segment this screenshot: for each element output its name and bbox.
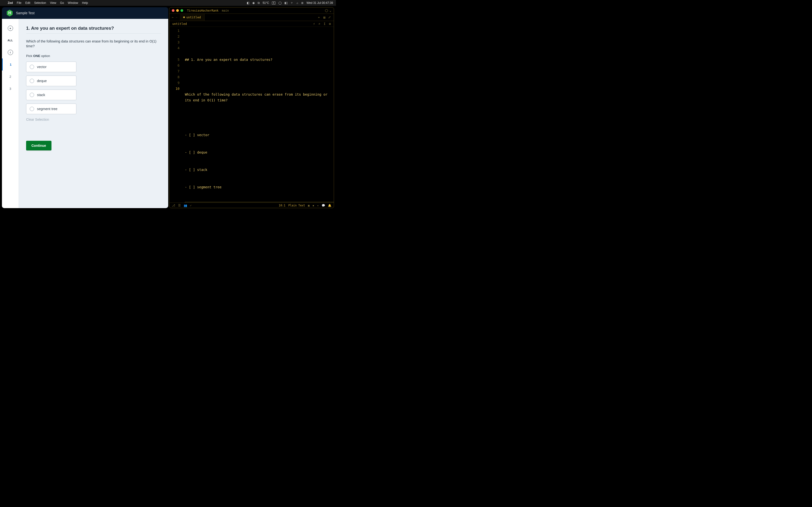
menubar-clock[interactable]: Wed 31 Jul 00:47:39 [306, 1, 333, 5]
zed-branch-name[interactable]: main [222, 9, 229, 12]
ai-sparkle-icon[interactable]: ✦ [317, 204, 319, 207]
zed-titlebar-chevron-icon[interactable] [329, 9, 331, 12]
macos-menubar: Zed File Edit Selection View Go Window H… [0, 0, 336, 6]
tab-label: untitled [186, 15, 201, 19]
search-icon[interactable]: ⌕ [297, 1, 298, 5]
clear-selection-link[interactable]: Clear Selection [26, 118, 161, 121]
battery-icon[interactable]: ▮▯ [285, 1, 288, 5]
hackerrank-header: H Sample Test [2, 7, 168, 19]
expand-icon[interactable]: ⤢ [328, 15, 331, 19]
sidebar-all-label: ALL [7, 39, 13, 42]
cursor-position[interactable]: 10:1 [278, 204, 286, 207]
instruction-pre: Pick [26, 54, 33, 58]
tab-dirty-dot-icon [183, 16, 185, 18]
question-body: Which of the following data structures c… [26, 39, 161, 49]
option-label: deque [37, 79, 47, 83]
code-line: - [ ] stack [185, 167, 334, 173]
window-maximize-icon[interactable] [181, 9, 183, 12]
option-label: stack [37, 93, 45, 97]
sidebar-compass[interactable] [2, 22, 18, 34]
code-line: - [ ] vector [185, 132, 334, 138]
status-circle-icon[interactable]: ◉ [252, 1, 255, 5]
code-line [185, 39, 334, 45]
split-pane-icon[interactable]: ▥ [323, 15, 325, 19]
wifi-icon[interactable]: ᯤ [291, 1, 294, 5]
collab-panel-icon[interactable]: 👥 [184, 204, 187, 207]
option-deque[interactable]: deque [26, 75, 77, 86]
question-sidebar: ALL 1 2 3 [2, 19, 19, 208]
nav-forward-icon[interactable]: → [176, 15, 177, 19]
nav-back-icon[interactable]: ← [172, 15, 174, 19]
breadcrumb-path[interactable]: untitled [172, 22, 187, 25]
sidebar-question-2[interactable]: 2 [2, 70, 18, 82]
code-line [185, 115, 334, 120]
code-content[interactable]: ## 1. Are you an expert on data structur… [182, 27, 334, 203]
assistant-icon[interactable]: ⚡ [313, 22, 315, 25]
code-line [185, 74, 334, 80]
zed-editor-area[interactable]: 1 2 3 4 5 6 7 8 9 10 ## 1. Are you an ex… [169, 27, 334, 203]
zed-breadcrumb-bar: untitled ⚡ ⌕ I ⚙ [169, 21, 334, 27]
sidebar-all[interactable]: ALL [2, 34, 18, 46]
instruction-bold: ONE [33, 54, 40, 58]
radio-icon [30, 65, 34, 69]
settings-icon[interactable]: ⚙ [329, 22, 331, 25]
window-close-icon[interactable] [172, 9, 174, 12]
zed-tabbar: ← → untitled ＋ ▥ ⤢ [169, 14, 334, 21]
menubar-item-file[interactable]: File [17, 1, 21, 5]
menubar-item-selection[interactable]: Selection [34, 1, 46, 5]
control-center-icon[interactable]: ≣ [301, 1, 304, 5]
option-segment-tree[interactable]: segment tree [26, 104, 77, 114]
sidebar-question-3[interactable]: 3 [2, 82, 18, 95]
project-panel-icon[interactable]: ⎇ [172, 204, 175, 207]
hackerrank-title: Sample Test [16, 11, 35, 15]
menubar-item-help[interactable]: Help [82, 1, 88, 5]
option-label: segment tree [37, 107, 57, 111]
code-line: Which of the following data structures c… [185, 92, 334, 103]
chat-icon[interactable]: 💬 [322, 204, 325, 207]
menubar-item-go[interactable]: Go [60, 1, 64, 5]
code-line: ## 1. Are you an expert on data structur… [185, 57, 334, 62]
diagnostics-check-icon[interactable]: ✓ [190, 204, 192, 207]
code-line: - [ ] deque [185, 150, 334, 155]
option-stack[interactable]: stack [26, 90, 77, 100]
sidebar-question-1[interactable]: 1 [2, 58, 18, 70]
zed-window: TiresiasHackerRank main ← → untitled ＋ ▥… [169, 7, 334, 208]
play-circle-icon[interactable]: ◯ [278, 1, 282, 5]
continue-button[interactable]: Continue [26, 141, 51, 151]
menubar-item-view[interactable]: View [50, 1, 56, 5]
window-traffic-lights [172, 9, 183, 12]
radio-icon [30, 107, 34, 111]
question-content: 1. Are you an expert on data structures?… [19, 19, 168, 208]
zed-titlebar: TiresiasHackerRank main [169, 7, 334, 14]
outline-panel-icon[interactable]: ☰ [178, 204, 181, 207]
sidebar-info[interactable] [2, 46, 18, 58]
menubar-k-badge[interactable]: K [272, 1, 275, 5]
language-mode[interactable]: Plain Text [288, 204, 305, 207]
zed-tab-untitled[interactable]: untitled [180, 14, 204, 21]
copilot-icon[interactable]: ▣ [308, 204, 310, 207]
window-minimize-icon[interactable] [176, 9, 179, 12]
screencast-icon[interactable]: ◧ [247, 1, 249, 5]
option-vector[interactable]: vector [26, 62, 77, 72]
text-cursor-icon[interactable]: I [323, 22, 325, 25]
new-tab-icon[interactable]: ＋ [317, 15, 320, 19]
question-heading: 1. Are you an expert on data structures? [26, 25, 161, 31]
menubar-item-window[interactable]: Window [68, 1, 78, 5]
instruction-post: option [40, 54, 50, 58]
hackerrank-logo-icon: H [6, 10, 13, 16]
menubar-item-edit[interactable]: Edit [26, 1, 31, 5]
notifications-icon[interactable]: 🔔 [328, 204, 331, 207]
heading-divider [26, 33, 161, 34]
stats-icon[interactable]: ⧉ [258, 1, 260, 5]
menubar-app-name[interactable]: Zed [8, 1, 13, 5]
terminal-icon[interactable]: ▪ [312, 204, 314, 207]
menubar-temperature[interactable]: 51°C [263, 1, 269, 5]
zed-project-name[interactable]: TiresiasHackerRank [187, 9, 218, 12]
question-instruction: Pick ONE option [26, 54, 161, 58]
code-line: - [ ] segment tree [185, 184, 334, 190]
zed-titlebar-circle-icon[interactable] [325, 9, 328, 12]
hackerrank-window: H Sample Test ALL 1 2 3 1. Are you an ex… [2, 7, 168, 208]
radio-icon [30, 93, 34, 97]
search-icon[interactable]: ⌕ [318, 22, 320, 25]
zed-statusbar: ⎇ ☰ 👥 ✓ 10:1 Plain Text ▣ ▪ ✦ 💬 🔔 [169, 203, 334, 208]
